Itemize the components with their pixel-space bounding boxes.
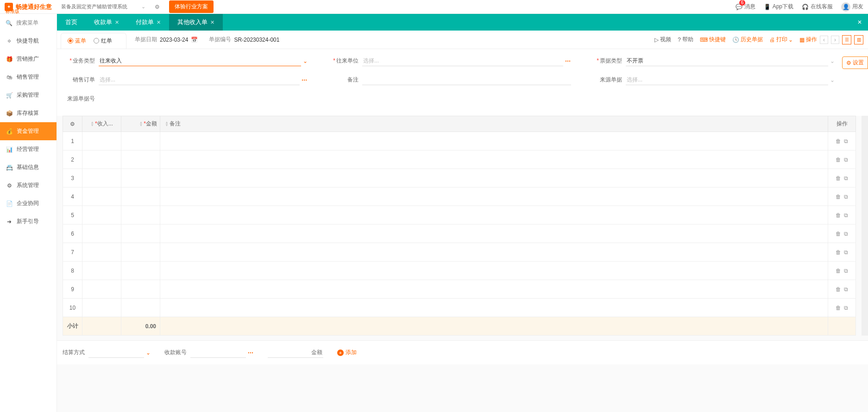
delete-icon[interactable]: 🗑 <box>836 138 841 144</box>
doc-date-value[interactable]: 2023-03-24 <box>160 37 188 43</box>
sidebar-item-marketing[interactable]: 🎁营销推广 <box>0 50 57 68</box>
copy-icon[interactable]: ⧉ <box>844 212 848 218</box>
sidebar-item-basicinfo[interactable]: 📇基础信息 <box>0 158 57 176</box>
table-row[interactable]: 3🗑⧉ <box>63 169 856 187</box>
col-amount-header[interactable]: ▲▼*金额 <box>121 116 160 132</box>
shortcut-button[interactable]: ⌨快捷键 <box>700 36 726 44</box>
history-button[interactable]: 🕓历史单据 <box>732 36 763 44</box>
delete-icon[interactable]: 🗑 <box>836 268 841 274</box>
sidebar-item-guide[interactable]: ➜新手引导 <box>0 212 57 231</box>
copy-icon[interactable]: ⧉ <box>844 156 848 163</box>
more-icon[interactable]: ⋯ <box>248 350 254 356</box>
table-row[interactable]: 1🗑⧉ <box>63 132 856 150</box>
system-selector[interactable]: 装备及固定资产辅助管理系统 ⌄ <box>61 3 145 10</box>
app-download-link[interactable]: 📱 App下载 <box>764 3 793 11</box>
delete-icon[interactable]: 🗑 <box>836 156 841 163</box>
col-income-header[interactable]: ▲▼*收入... <box>82 116 121 132</box>
gear-icon: ⚙ <box>70 121 75 127</box>
source-no-input[interactable] <box>99 94 327 104</box>
invoice-type-input[interactable] <box>626 56 828 66</box>
copy-icon[interactable]: ⧉ <box>844 138 848 144</box>
table-row[interactable]: 2🗑⧉ <box>63 150 856 169</box>
sidebar-item-sales[interactable]: 🛍销售管理 <box>0 68 57 86</box>
user-menu[interactable]: 👤 用友 <box>841 2 863 12</box>
help-button[interactable]: ?帮助 <box>678 36 693 44</box>
more-icon[interactable]: ⋯ <box>302 77 308 83</box>
table-row[interactable]: 5🗑⧉ <box>63 206 856 225</box>
tab-receipt[interactable]: 收款单✕ <box>86 14 127 31</box>
sidebar-search[interactable]: 🔍 搜索菜单 <box>0 14 57 32</box>
more-icon[interactable]: ⋯ <box>565 58 571 64</box>
sidebar-item-quicknav[interactable]: ✧快捷导航 <box>0 32 57 50</box>
doc-date: 单据日期 2023-03-24 📅 <box>135 36 198 44</box>
operations-button[interactable]: ▦操作 <box>799 36 817 44</box>
party-input[interactable] <box>362 56 563 66</box>
sales-order-input[interactable] <box>99 75 300 85</box>
copy-icon[interactable]: ⧉ <box>844 194 848 200</box>
chevron-down-icon[interactable]: ⌄ <box>830 58 835 64</box>
radio-blue-doc[interactable]: 蓝单 <box>68 37 86 45</box>
close-icon[interactable]: ✕ <box>157 19 161 25</box>
table-row[interactable]: 6🗑⧉ <box>63 225 856 243</box>
chevron-down-icon[interactable]: ⌄ <box>146 350 151 356</box>
chevron-down-icon[interactable]: ⌄ <box>141 4 145 10</box>
amount-input[interactable] <box>268 347 323 358</box>
copy-icon[interactable]: ⧉ <box>844 231 848 237</box>
delete-icon[interactable]: 🗑 <box>836 231 841 237</box>
sidebar-item-purchase[interactable]: 🛒采购管理 <box>0 86 57 104</box>
message-link[interactable]: 💬 消息 6 <box>736 3 755 11</box>
view-list-toggle[interactable]: ☰ <box>842 35 851 44</box>
vertical-scrollbar[interactable] <box>862 116 868 336</box>
radio-red-doc[interactable]: 红单 <box>94 37 112 45</box>
table-row[interactable]: 8🗑⧉ <box>63 262 856 280</box>
view-grid-toggle[interactable]: ▥ <box>854 35 863 44</box>
sidebar-item-operations[interactable]: 📊经营管理 <box>0 140 57 158</box>
receipt-account-input[interactable] <box>190 347 246 358</box>
prev-button[interactable]: ‹ <box>820 36 828 44</box>
tab-home[interactable]: 首页 <box>57 14 86 31</box>
print-button[interactable]: 🖨打印⌄ <box>769 36 793 44</box>
chevron-down-icon[interactable]: ⌄ <box>830 77 835 83</box>
calendar-icon[interactable]: 📅 <box>191 37 198 43</box>
sidebar-item-system[interactable]: ⚙系统管理 <box>0 176 57 194</box>
delete-icon[interactable]: 🗑 <box>836 286 841 293</box>
copy-icon[interactable]: ⧉ <box>844 268 848 274</box>
delete-icon[interactable]: 🗑 <box>836 249 841 256</box>
copy-icon[interactable]: ⧉ <box>844 286 848 293</box>
next-button[interactable]: › <box>831 36 839 44</box>
table-row[interactable]: 9🗑⧉ <box>63 280 856 299</box>
gift-icon: 🎁 <box>6 56 13 62</box>
delete-icon[interactable]: 🗑 <box>836 305 841 311</box>
online-service-link[interactable]: 🎧 在线客服 <box>802 3 833 11</box>
copy-icon[interactable]: ⧉ <box>844 249 848 256</box>
table-row[interactable]: 10🗑⧉ <box>63 299 856 317</box>
sidebar-item-funds[interactable]: 💰资金管理 <box>0 122 57 140</box>
delete-icon[interactable]: 🗑 <box>836 175 841 181</box>
biz-type-input[interactable] <box>99 56 301 66</box>
settle-method-input[interactable] <box>88 347 144 358</box>
form-area: *业务类型 ⌄ *往来单位 ⋯ *票据类型 ⌄ <box>57 49 868 116</box>
add-button[interactable]: + 添加 <box>337 349 357 356</box>
close-icon[interactable]: ✕ <box>115 19 119 25</box>
source-doc-input[interactable] <box>626 75 828 85</box>
tab-bar-close-all[interactable]: ✕ <box>851 14 868 31</box>
video-button[interactable]: ▷视频 <box>654 36 671 44</box>
copy-icon[interactable]: ⧉ <box>844 305 848 311</box>
tab-other-income[interactable]: 其他收入单✕ <box>169 14 223 31</box>
sidebar-item-enterprise[interactable]: 📄企业协同 <box>0 194 57 212</box>
table-row[interactable]: 4🗑⧉ <box>63 187 856 206</box>
settings-button[interactable]: ⚙设置 <box>842 56 868 69</box>
tab-payment[interactable]: 付款单✕ <box>127 14 169 31</box>
delete-icon[interactable]: 🗑 <box>836 194 841 200</box>
col-remark-header[interactable]: ▲▼备注 <box>160 116 828 132</box>
chevron-down-icon[interactable]: ⌄ <box>303 58 308 64</box>
remark-input[interactable] <box>362 75 571 85</box>
copy-icon[interactable]: ⧉ <box>844 175 848 181</box>
industry-solution-button[interactable]: 体验行业方案 <box>169 0 214 13</box>
sidebar-item-inventory[interactable]: 📦库存核算 <box>0 104 57 122</box>
table-row[interactable]: 7🗑⧉ <box>63 243 856 262</box>
close-icon[interactable]: ✕ <box>210 19 214 25</box>
grid-settings-header[interactable]: ⚙ <box>63 116 82 132</box>
delete-icon[interactable]: 🗑 <box>836 212 841 218</box>
gear-icon[interactable]: ⚙ <box>155 4 160 10</box>
